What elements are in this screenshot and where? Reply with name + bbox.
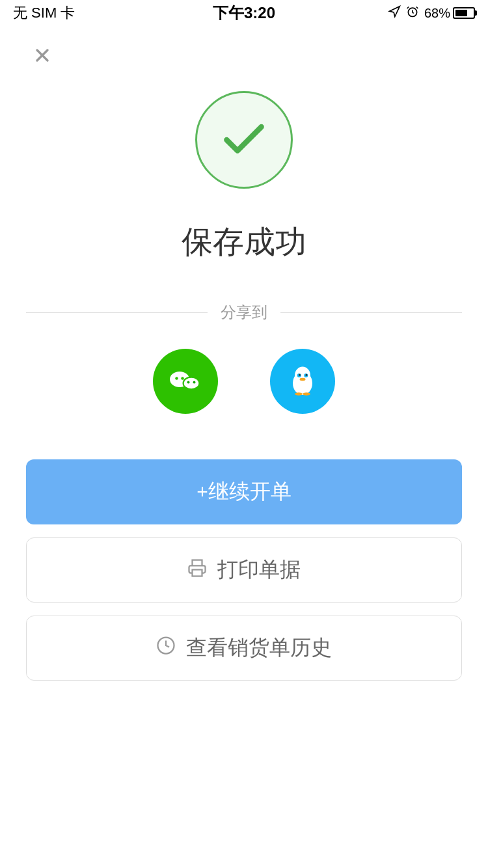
wechat-icon [166, 362, 205, 401]
svg-point-15 [295, 367, 310, 385]
battery-percent: 68% [424, 6, 450, 21]
share-icons-row [153, 349, 335, 414]
success-title: 保存成功 [182, 221, 306, 263]
share-label: 分享到 [221, 302, 267, 323]
status-bar: 无 SIM 卡 下午3:20 68% [0, 0, 488, 26]
battery-indicator: 68% [424, 6, 475, 21]
svg-line-4 [416, 7, 418, 8]
history-button[interactable]: 查看销货单历史 [26, 616, 462, 681]
continue-label: 继续开单 [208, 478, 291, 506]
svg-point-18 [299, 374, 301, 376]
divider-right [280, 312, 462, 313]
svg-point-11 [181, 377, 184, 380]
printer-icon [187, 558, 207, 582]
print-button[interactable]: 打印单据 [26, 537, 462, 603]
svg-point-9 [184, 378, 199, 389]
plus-icon: + [197, 481, 208, 503]
main-content: 保存成功 分享到 [0, 26, 488, 868]
close-button[interactable] [26, 39, 59, 72]
qq-share-button[interactable] [270, 349, 335, 414]
svg-marker-1 [389, 6, 400, 16]
svg-point-13 [193, 381, 196, 384]
svg-point-22 [303, 392, 310, 396]
clock-icon [156, 636, 176, 660]
svg-point-19 [306, 374, 308, 376]
success-icon-circle [195, 91, 293, 189]
divider-row: 分享到 [26, 302, 462, 323]
svg-rect-23 [193, 569, 202, 576]
print-label: 打印单据 [217, 556, 301, 584]
svg-point-21 [295, 392, 303, 396]
divider-left [26, 312, 208, 313]
alarm-icon [406, 5, 419, 21]
action-buttons: + 继续开单 打印单据 查看销货单历史 [26, 459, 462, 681]
continue-button[interactable]: + 继续开单 [26, 459, 462, 524]
battery-body [453, 7, 475, 19]
svg-point-20 [300, 378, 306, 381]
status-time: 下午3:20 [213, 3, 275, 23]
status-left: 无 SIM 卡 [13, 3, 80, 23]
sim-text: 无 SIM 卡 [13, 3, 75, 23]
history-label: 查看销货单历史 [186, 634, 332, 662]
svg-point-10 [175, 377, 178, 380]
svg-line-3 [407, 7, 409, 8]
share-section: 分享到 [26, 302, 462, 414]
wechat-share-button[interactable] [153, 349, 218, 414]
checkmark-icon [218, 114, 270, 166]
location-icon [388, 5, 401, 21]
battery-fill [455, 10, 467, 16]
svg-point-12 [187, 381, 190, 384]
qq-icon [283, 362, 322, 401]
status-right: 68% [388, 5, 475, 21]
